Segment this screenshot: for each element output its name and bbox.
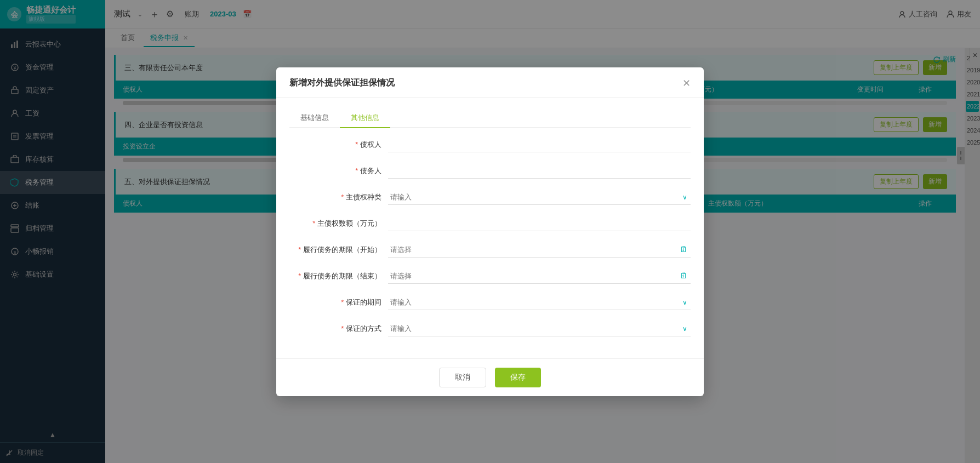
form-row-guarantee-period: * 保证的期间 ∨ — [289, 295, 691, 310]
form-row-debtor: * 债务人 — [289, 163, 691, 179]
dialog-tab-basic[interactable]: 基础信息 — [289, 108, 340, 128]
debt-type-label: * 主债权种类 — [289, 192, 388, 202]
creditor-input[interactable] — [388, 137, 691, 152]
dialog-header: 新增对外提供保证担保情况 ✕ — [276, 67, 704, 98]
creditor-label: * 债权人 — [289, 140, 388, 150]
form-row-period-start: * 履行债务的期限（开始） 🗓 — [289, 242, 691, 258]
period-end-input[interactable] — [388, 268, 676, 283]
debtor-input[interactable] — [388, 163, 691, 179]
dialog: 新增对外提供保证担保情况 ✕ 基础信息 其他信息 * 债权人 — [276, 67, 704, 396]
dialog-tab-other[interactable]: 其他信息 — [340, 108, 390, 128]
form-row-guarantee-method: * 保证的方式 ∨ — [289, 321, 691, 336]
period-start-calendar-icon[interactable]: 🗓 — [676, 245, 691, 254]
period-start-label: * 履行债务的期限（开始） — [289, 245, 388, 255]
form-row-debt-type: * 主债权种类 ∨ — [289, 190, 691, 205]
dialog-tabs: 基础信息 其他信息 — [289, 108, 691, 128]
dialog-title: 新增对外提供保证担保情况 — [289, 77, 395, 89]
dialog-close-button[interactable]: ✕ — [682, 77, 691, 89]
dialog-overlay[interactable]: 新增对外提供保证担保情况 ✕ 基础信息 其他信息 * 债权人 — [0, 0, 980, 463]
form-row-creditor: * 债权人 — [289, 137, 691, 152]
debt-amount-input[interactable] — [388, 216, 691, 231]
form-row-debt-amount: * 主债权数额（万元） — [289, 216, 691, 231]
guarantee-method-label: * 保证的方式 — [289, 324, 388, 334]
dialog-footer: 取消 保存 — [276, 358, 704, 396]
guarantee-method-input[interactable] — [388, 321, 691, 336]
save-button[interactable]: 保存 — [495, 368, 541, 387]
debt-amount-label: * 主债权数额（万元） — [289, 219, 388, 228]
dialog-body: 基础信息 其他信息 * 债权人 * 债务人 — [276, 98, 704, 358]
period-end-calendar-icon[interactable]: 🗓 — [676, 271, 691, 280]
cancel-button[interactable]: 取消 — [439, 368, 486, 387]
period-end-label: * 履行债务的期限（结束） — [289, 271, 388, 281]
form-row-period-end: * 履行债务的期限（结束） 🗓 — [289, 268, 691, 284]
guarantee-period-input[interactable] — [388, 295, 691, 310]
guarantee-period-label: * 保证的期间 — [289, 298, 388, 307]
debt-type-input[interactable] — [388, 190, 691, 205]
period-start-input[interactable] — [388, 242, 676, 257]
debtor-label: * 债务人 — [289, 166, 388, 176]
